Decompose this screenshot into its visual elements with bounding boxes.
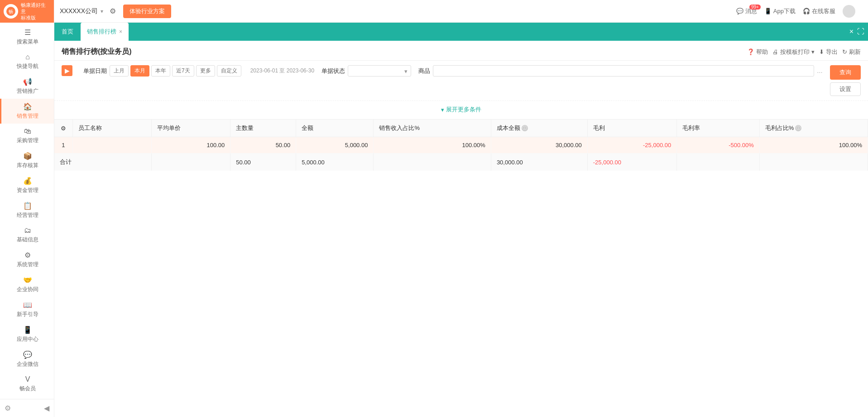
cell-profit-pct: 100.00% bbox=[759, 137, 868, 153]
cell-profit-rate: -500.00% bbox=[677, 137, 760, 153]
message-btn[interactable]: 💬 消息 99+ bbox=[736, 7, 757, 15]
online-support-btn[interactable]: 🎧 在线客服 bbox=[803, 7, 835, 15]
sidebar-item-inventory[interactable]: 📦 库存核算 bbox=[0, 148, 54, 173]
sidebar-logo: 畅 畅康通好生意 标准版 bbox=[0, 0, 54, 23]
status-select[interactable] bbox=[348, 65, 411, 77]
settings-icon: ⚙ bbox=[61, 125, 66, 132]
date-last7-btn[interactable]: 近7天 bbox=[172, 65, 194, 77]
date-this-month-btn[interactable]: 本月 bbox=[130, 65, 149, 77]
print-btn[interactable]: 🖨 按模板打印 ▾ bbox=[772, 48, 815, 56]
sidebar-item-system[interactable]: ⚙ 系统管理 bbox=[0, 247, 54, 272]
cell-avg-price: 100.00 bbox=[151, 137, 230, 153]
app-download-btn[interactable]: 📱 App下载 bbox=[764, 7, 796, 15]
svg-text:畅: 畅 bbox=[9, 9, 13, 14]
query-button[interactable]: 查询 bbox=[830, 65, 861, 80]
sidebar-bottom: ⚙ ◀ bbox=[0, 399, 54, 417]
date-range-display: 2023-06-01 至 2023-06-30 bbox=[250, 67, 314, 75]
tab-sales-ranking[interactable]: 销售排行榜 × bbox=[81, 23, 129, 41]
tabbar-close-icon[interactable]: × bbox=[849, 28, 854, 36]
logo-text: 畅康通好生意 标准版 bbox=[21, 2, 50, 21]
tab-home[interactable]: 首页 bbox=[54, 23, 81, 41]
member-icon: V bbox=[25, 375, 30, 383]
sidebar-item-finance[interactable]: 💰 资金管理 bbox=[0, 173, 54, 198]
trial-button[interactable]: 体验行业方案 bbox=[123, 5, 171, 18]
tabbar-right: × ⛶ bbox=[849, 28, 868, 36]
help-btn[interactable]: ❓ 帮助 bbox=[747, 48, 768, 56]
col-avg-price: 平均单价 bbox=[151, 120, 230, 137]
tab-close-icon[interactable]: × bbox=[119, 29, 122, 35]
message-badge: 99+ bbox=[749, 5, 761, 10]
cost-info-icon[interactable]: ⓘ bbox=[522, 125, 528, 131]
avatar[interactable] bbox=[843, 5, 855, 18]
filter-fields: 单据日期 上月 本月 本年 近7天 更多 自定义 2023-06-01 bbox=[83, 65, 823, 77]
page-title: 销售排行榜(按业务员) bbox=[62, 47, 132, 57]
filter-section: ▶ 单据日期 上月 本月 本年 近7天 更多 自定义 bbox=[54, 61, 868, 120]
operations-icon: 📋 bbox=[23, 201, 32, 210]
export-btn[interactable]: ⬇ 导出 bbox=[819, 48, 838, 56]
sidebar-collapse-btn[interactable]: ◀ bbox=[44, 404, 49, 412]
sidebar-item-operations[interactable]: 📋 经营管理 bbox=[0, 198, 54, 223]
date-custom-btn[interactable]: 自定义 bbox=[217, 65, 241, 77]
sidebar-item-sales[interactable]: 🏠 销售管理 bbox=[0, 99, 54, 124]
date-filter: 单据日期 上月 本月 本年 近7天 更多 自定义 bbox=[83, 65, 241, 77]
cell-qty: 50.00 bbox=[230, 137, 296, 153]
sidebar-item-enterprise[interactable]: 🤝 企业协同 bbox=[0, 272, 54, 297]
goods-input[interactable] bbox=[433, 65, 814, 77]
col-profit-pct: 毛利占比% ⓘ bbox=[759, 120, 868, 137]
main: XXXXXX公司 ▾ ⚙ 体验行业方案 💬 消息 99+ 📱 App下载 🎧 在… bbox=[54, 0, 868, 417]
col-name: 员工名称 bbox=[72, 120, 151, 137]
refresh-btn[interactable]: ↻ 刷新 bbox=[842, 48, 861, 56]
sidebar-item-base-info[interactable]: 🗂 基础信息 bbox=[0, 223, 54, 247]
logo-icon: 畅 bbox=[4, 4, 18, 19]
footer-profit: -25,000.00 bbox=[587, 153, 676, 171]
goods-label: 商品 bbox=[418, 67, 430, 75]
company-selector[interactable]: XXXXXX公司 ▾ bbox=[60, 7, 103, 15]
message-icon: 💬 bbox=[736, 8, 743, 14]
home-icon: ⌂ bbox=[25, 53, 30, 61]
sales-icon: 🏠 bbox=[23, 102, 32, 111]
footer-profit-rate bbox=[677, 153, 760, 171]
base-info-icon: 🗂 bbox=[24, 226, 31, 235]
topbar-right: 💬 消息 99+ 📱 App下载 🎧 在线客服 bbox=[736, 5, 863, 18]
date-last-month-btn[interactable]: 上月 bbox=[110, 65, 129, 77]
col-cost: 成本全额 ⓘ bbox=[491, 120, 587, 137]
filter-expand-arrow-icon[interactable]: ▶ bbox=[62, 65, 72, 76]
profit-pct-info-icon[interactable]: ⓘ bbox=[795, 125, 801, 131]
sidebar-settings-btn[interactable]: ⚙ bbox=[5, 404, 11, 412]
sidebar-item-search[interactable]: ☰ 搜索菜单 bbox=[0, 24, 54, 49]
sidebar-item-app-center[interactable]: 📱 应用中心 bbox=[0, 322, 54, 347]
topbar-gear-icon[interactable]: ⚙ bbox=[110, 7, 116, 15]
footer-sales-pct bbox=[374, 153, 491, 171]
sidebar-item-quick-nav[interactable]: ⌂ 快捷导航 bbox=[0, 49, 54, 74]
company-name: XXXXXX公司 bbox=[60, 7, 98, 15]
app-center-icon: 📱 bbox=[23, 326, 32, 334]
tabbar: 首页 销售排行榜 × × ⛶ bbox=[54, 23, 868, 41]
col-profit-rate: 毛利率 bbox=[677, 120, 760, 137]
sidebar-item-purchase[interactable]: 🛍 采购管理 bbox=[0, 124, 54, 148]
expand-more-btn[interactable]: ▾ 展开更多条件 bbox=[441, 104, 481, 115]
print-dropdown-icon: ▾ bbox=[811, 48, 815, 55]
sidebar-item-marketing[interactable]: 📢 营销推广 bbox=[0, 74, 54, 99]
footer-cost: 30,000.00 bbox=[491, 153, 587, 171]
tabbar-expand-icon[interactable]: ⛶ bbox=[857, 28, 864, 36]
page: 销售排行榜(按业务员) ❓ 帮助 🖨 按模板打印 ▾ ⬇ 导出 bbox=[54, 41, 868, 417]
footer-amount: 5,000.00 bbox=[296, 153, 374, 171]
sidebar-item-member[interactable]: V 畅会员 bbox=[0, 372, 54, 396]
cell-sales-pct: 100.00% bbox=[374, 137, 491, 153]
sidebar-item-guide[interactable]: 📖 新手引导 bbox=[0, 297, 54, 322]
purchase-icon: 🛍 bbox=[24, 127, 31, 135]
col-rank: ⚙ bbox=[54, 120, 72, 137]
footer-label: 合计 bbox=[54, 153, 151, 171]
goods-more-icon[interactable]: … bbox=[817, 67, 823, 74]
date-more-btn[interactable]: 更多 bbox=[196, 65, 215, 77]
col-qty: 主数量 bbox=[230, 120, 296, 137]
footer-qty: 50.00 bbox=[230, 153, 296, 171]
phone-icon: 📱 bbox=[764, 8, 772, 14]
sidebar-item-enterprise-wechat[interactable]: 💬 企业微信 bbox=[0, 347, 54, 372]
date-this-year-btn[interactable]: 本年 bbox=[151, 65, 170, 77]
settings-button[interactable]: 设置 bbox=[830, 82, 861, 96]
sidebar-nav: ☰ 搜索菜单 ⌂ 快捷导航 📢 营销推广 🏠 销售管理 🛍 采购管理 📦 库存核… bbox=[0, 23, 54, 399]
date-label: 单据日期 bbox=[83, 67, 107, 75]
topbar: XXXXXX公司 ▾ ⚙ 体验行业方案 💬 消息 99+ 📱 App下载 🎧 在… bbox=[54, 0, 868, 23]
col-sales-pct: 销售收入占比% bbox=[374, 120, 491, 137]
